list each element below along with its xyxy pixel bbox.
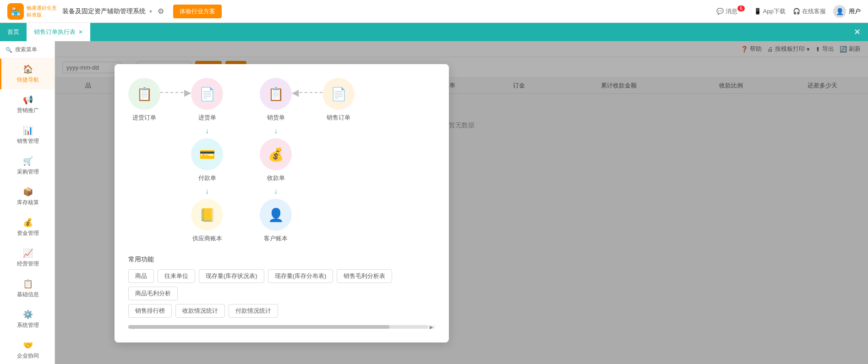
sales-icon: 📊 <box>23 125 33 136</box>
sales-label: 销货单 <box>267 114 285 122</box>
customer-ledger-label: 客户账本 <box>264 234 288 243</box>
func-btn-stock-dist[interactable]: 现存量(库存分布表) <box>268 269 333 283</box>
tab-bar: 首页 销售订单执行表 ✕ ✕ <box>0 23 868 41</box>
arrow-sales-order-to-sales: ◀ <box>292 78 322 98</box>
receipt-label: 收款单 <box>267 174 285 182</box>
header-right: 💬 消息 6 📱 App下载 🎧 在线客服 👤 用户 <box>716 5 861 18</box>
arrow-purchase-to-payment: ↓ <box>205 127 209 135</box>
settings-icon[interactable]: ⚙ <box>158 7 164 16</box>
message-action[interactable]: 💬 消息 6 <box>716 7 747 16</box>
sidebar-item-system[interactable]: ⚙️ 系统管理 <box>0 304 55 335</box>
user-area[interactable]: 👤 用户 <box>833 5 861 18</box>
func-btn-receipt-stats[interactable]: 收款情况统计 <box>175 304 225 318</box>
sales-order-label: 销售订单 <box>327 114 350 122</box>
content-area: ❓ 帮助 🖨 按模板打印 ▾ ⬆ 导出 🔄 刷新 📅 <box>55 41 868 364</box>
common-functions-title: 常用功能 <box>128 255 435 264</box>
app-download-action[interactable]: 📱 App下载 <box>754 7 786 16</box>
flow-node-payment[interactable]: 💳 <box>191 138 223 170</box>
func-btn-sales-rank[interactable]: 销售排行榜 <box>128 304 172 318</box>
arrow-receipt-to-customer: ↓ <box>274 188 278 195</box>
purchase-order-label: 进货订单 <box>132 114 156 122</box>
logo-icon: 🏪 <box>7 3 24 20</box>
top-header: 🏪 畅康通好生意 标准版 装备及固定资产辅助管理系统 ▾ ⚙ 体验行业方案 💬 … <box>0 0 868 23</box>
func-btn-goods[interactable]: 商品 <box>128 269 154 283</box>
sidebar-item-sales[interactable]: 📊 销售管理 <box>0 120 55 151</box>
func-btn-stock-status[interactable]: 现存量(库存状况表) <box>199 269 264 283</box>
finance-icon: 💰 <box>23 217 33 228</box>
sidebar: 🔍 搜索菜单 🏠 快捷导航 📢 营销推广 📊 销售管理 🛒 采购管理 📦 库存核… <box>0 41 55 364</box>
sidebar-item-purchase[interactable]: 🛒 采购管理 <box>0 151 55 181</box>
sidebar-item-management[interactable]: 📈 经营管理 <box>0 243 55 273</box>
tab-bar-close-icon[interactable]: ✕ <box>846 27 868 37</box>
message-badge: 6 <box>737 5 745 11</box>
payment-label: 付款单 <box>198 174 216 182</box>
service-icon: 🎧 <box>793 8 800 15</box>
arrow-payment-to-supplier: ↓ <box>205 188 209 195</box>
func-btn-goods-gross[interactable]: 商品毛利分析 <box>128 287 178 300</box>
search-icon: 🔍 <box>5 47 12 53</box>
sidebar-item-quick-nav[interactable]: 🏠 快捷导航 <box>0 59 55 89</box>
flow-node-purchase-order[interactable]: 📋 <box>128 78 160 110</box>
home-icon: 🏠 <box>23 64 33 74</box>
basic-info-icon: 📋 <box>23 279 33 289</box>
inventory-icon: 📦 <box>23 187 33 197</box>
management-icon: 📈 <box>23 248 33 258</box>
sidebar-item-marketing[interactable]: 📢 营销推广 <box>0 89 55 120</box>
function-buttons-row2: 销售排行榜 收款情况统计 付款情况统计 <box>128 304 435 318</box>
arrow-sales-to-receipt: ↓ <box>274 127 278 135</box>
scrollbar-thumb[interactable] <box>128 325 389 329</box>
user-label: 用户 <box>849 7 861 16</box>
system-icon: ⚙️ <box>23 310 33 320</box>
flow-node-customer-ledger[interactable]: 👤 <box>260 199 292 231</box>
func-btn-partner[interactable]: 往来单位 <box>158 269 195 283</box>
func-btn-sales-gross[interactable]: 销售毛利分析表 <box>337 269 392 283</box>
trial-button[interactable]: 体验行业方案 <box>173 5 222 18</box>
flow-node-sales[interactable]: 📋 <box>260 78 292 110</box>
flow-node-purchase[interactable]: 📄 <box>191 78 223 110</box>
enterprise-icon: 🤝 <box>23 340 33 350</box>
supplier-ledger-label: 供应商账本 <box>192 234 222 243</box>
dropdown-arrow-icon[interactable]: ▾ <box>149 8 152 15</box>
scrollbar-track <box>136 325 428 329</box>
flow-node-supplier-ledger[interactable]: 📒 <box>191 199 223 231</box>
marketing-icon: 📢 <box>23 95 33 105</box>
purchase-label: 进货单 <box>198 114 216 122</box>
quick-guide-popup: 📋 进货订单 ▶ 📄 进货单 ↓ <box>115 64 449 342</box>
arrow-purchase-order-to-purchase: ▶ <box>160 78 191 98</box>
flow-node-sales-order[interactable]: 📄 <box>322 78 355 110</box>
scroll-right-arrow[interactable]: ▶ <box>428 325 435 330</box>
tab-close-icon[interactable]: ✕ <box>78 29 83 35</box>
sidebar-item-basic-info[interactable]: 📋 基础信息 <box>0 273 55 304</box>
message-icon: 💬 <box>716 8 724 15</box>
purchase-icon: 🛒 <box>23 156 33 166</box>
func-btn-payment-stats[interactable]: 付款情况统计 <box>229 304 278 318</box>
tab-home[interactable]: 首页 <box>0 23 27 41</box>
popup-scrollbar: ◀ ▶ <box>128 325 435 329</box>
system-title-area: 装备及固定资产辅助管理系统 ▾ ⚙ 体验行业方案 <box>62 5 716 18</box>
system-title: 装备及固定资产辅助管理系统 <box>62 7 146 16</box>
main-layout: 🔍 搜索菜单 🏠 快捷导航 📢 营销推广 📊 销售管理 🛒 采购管理 📦 库存核… <box>0 41 868 364</box>
tab-sales-order[interactable]: 销售订单执行表 ✕ <box>27 23 90 41</box>
logo-text: 畅康通好生意 标准版 <box>27 5 57 18</box>
flow-node-receipt[interactable]: 💰 <box>260 138 292 170</box>
sidebar-item-inventory[interactable]: 📦 库存核算 <box>0 181 55 212</box>
common-functions: 常用功能 商品 往来单位 现存量(库存状况表) 现存量(库存分布表) 销售毛利分… <box>128 255 435 318</box>
sidebar-item-finance[interactable]: 💰 资金管理 <box>0 212 55 243</box>
function-buttons-row1: 商品 往来单位 现存量(库存状况表) 现存量(库存分布表) 销售毛利分析表 商品… <box>128 269 435 300</box>
avatar: 👤 <box>833 5 846 18</box>
online-service-action[interactable]: 🎧 在线客服 <box>793 7 826 16</box>
sidebar-item-enterprise[interactable]: 🤝 企业协同 <box>0 335 55 364</box>
search-menu[interactable]: 🔍 搜索菜单 <box>0 41 55 59</box>
logo-area: 🏪 畅康通好生意 标准版 <box>7 3 62 20</box>
download-icon: 📱 <box>754 8 761 15</box>
